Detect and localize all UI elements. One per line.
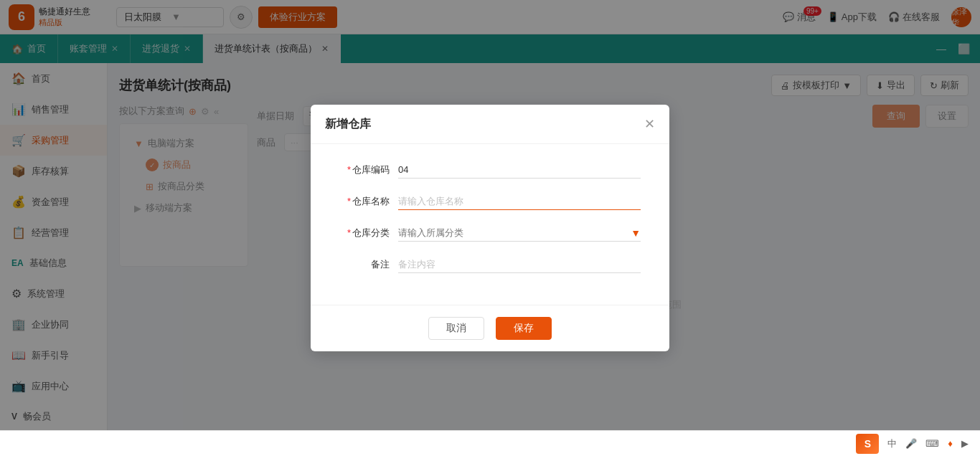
name-label: *仓库名称 [339, 195, 390, 208]
category-dropdown-arrow[interactable]: ▼ [631, 227, 641, 239]
microphone-icon[interactable]: 🎤 [905, 438, 917, 449]
dialog-footer: 取消 保存 [311, 305, 669, 351]
status-bar: S 中 🎤 ⌨ ♦ ▶ [0, 430, 980, 456]
s-logo: S [856, 434, 879, 454]
keyboard-icon[interactable]: ⌨ [925, 438, 939, 449]
modal-overlay: 新增仓库 ✕ *仓库编码 *仓库名称 *仓库分类 [0, 0, 980, 456]
save-button[interactable]: 保存 [496, 317, 552, 340]
form-row-name: *仓库名称 [339, 193, 641, 210]
name-input[interactable] [398, 193, 641, 210]
remark-input[interactable] [398, 256, 641, 273]
form-row-category: *仓库分类 ▼ [339, 224, 641, 242]
dialog-close-button[interactable]: ✕ [644, 116, 655, 132]
category-select[interactable]: ▼ [398, 224, 641, 242]
code-input[interactable] [398, 161, 641, 179]
add-warehouse-dialog: 新增仓库 ✕ *仓库编码 *仓库名称 *仓库分类 [311, 105, 669, 351]
category-label: *仓库分类 [339, 227, 390, 239]
remark-label: 备注 [339, 258, 390, 271]
dialog-title: 新增仓库 [325, 117, 371, 132]
diamond-icon[interactable]: ♦ [948, 438, 953, 449]
chinese-icon[interactable]: 中 [887, 437, 897, 450]
code-label: *仓库编码 [339, 163, 390, 176]
form-row-code: *仓库编码 [339, 161, 641, 179]
play-icon[interactable]: ▶ [961, 438, 969, 449]
dialog-body: *仓库编码 *仓库名称 *仓库分类 ▼ [311, 144, 669, 305]
form-row-remark: 备注 [339, 256, 641, 273]
cancel-button[interactable]: 取消 [428, 317, 484, 340]
dialog-header: 新增仓库 ✕ [311, 105, 669, 144]
category-input[interactable] [398, 224, 631, 241]
